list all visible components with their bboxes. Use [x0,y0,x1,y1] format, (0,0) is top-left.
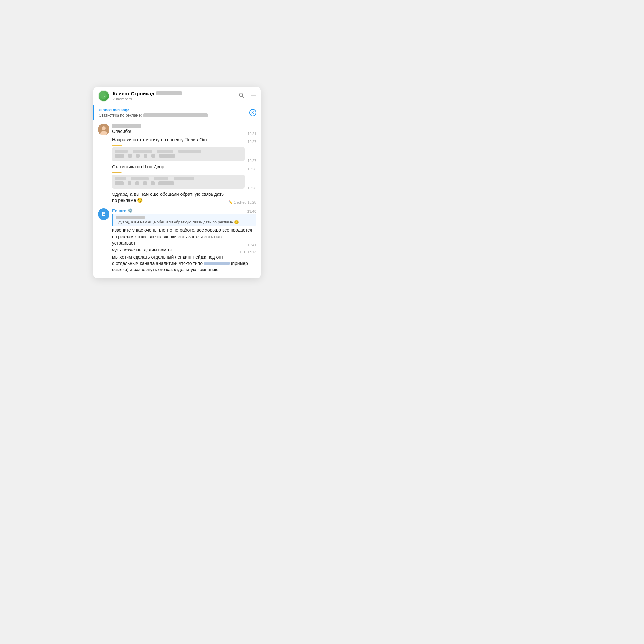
pinned-label: Pinned message [99,108,249,112]
avatar-e: E [98,208,109,220]
sender-name-text: Eduard [112,208,127,213]
message-line-2: по рекламе тоже все ок звонки есть заказ… [112,234,256,247]
table-row: Статистика по Шоп-Двор 10:28 [98,164,256,171]
yellow-bar [112,145,122,146]
msg-time: 10:27 [245,159,256,163]
msg-text-4-line3: ссылки) и развернуть его как отдельную к… [112,267,248,273]
table-row: E Eduard ⚙️ 13:40 Эдуард, а вы нам ещё о… [98,208,256,274]
msg-text: Статистика по Шоп-Двор [112,164,164,170]
msg-time: 13:40 [245,209,256,213]
message-line: Статистика по Шоп-Двор 10:28 [112,164,256,171]
msg-time: 10:28 [245,186,256,190]
msg-time-edit: ✏️ 1 edited 10:28 [226,200,256,204]
chat-header: П Клиент Стройсад 7 members [93,87,261,105]
messages-area: Спасибо! 10:21 Направляю статистику по п… [93,120,261,278]
reply-name-blurred [116,216,145,219]
table-row: 10:27 [98,145,256,163]
msg-text-3: чуть позже мы дадим вам тз [112,247,172,253]
msg-text-4: мы хотим сделать отдельный лендинг пейдж… [112,254,248,273]
msg-text: Эдуард, а вы нам ещё обещали обратную св… [112,191,226,204]
yellow-bar-2 [112,172,122,173]
reply-quote-text: Эдуард, а вы нам ещё обещали обратную св… [116,220,254,224]
pinned-message-bar[interactable]: Pinned message Статистика по рекламе: ✕ [93,105,261,120]
pinned-close-button[interactable]: ✕ [249,109,256,116]
msg-text: Спасибо! [112,128,131,135]
msg-time-2: 13:41 [245,243,256,247]
msg-time: 10:21 [245,132,256,136]
user-avatar-photo [98,124,109,135]
header-icons [238,92,256,100]
msg-text: извените у нас очень плотно по работе, в… [112,227,252,233]
chat-title: Клиент Стройсад [113,91,238,96]
msg-text-2: по рекламе тоже все ок звонки есть заказ… [112,234,245,246]
chat-avatar: П [98,90,109,102]
pinned-text: Статистика по рекламе: [99,113,249,118]
title-blurred [156,91,182,95]
message-line: извените у нас очень плотно по работе, в… [112,227,256,234]
pinned-content: Pinned message Статистика по рекламе: [99,108,249,118]
avatar [98,124,109,135]
table-row: Спасибо! 10:21 [98,124,256,136]
gear-icon: ⚙️ [128,208,133,213]
table-row: Направляю статистику по проекту Полив-Оп… [98,137,256,144]
msg-text: Направляю статистику по проекту Полив-Оп… [112,137,207,143]
reply-quote: Эдуард, а вы нам ещё обещали обратную св… [112,214,256,226]
svg-line-3 [242,96,244,98]
table-row: 10:28 [98,172,256,190]
svg-point-4 [251,95,252,96]
message-line-4: мы хотим сделать отдельный лендинг пейдж… [112,254,256,274]
image-placeholder-2 [112,175,245,189]
message-content: 10:28 [112,172,256,190]
avatar-logo: П [99,91,109,101]
message-content: Eduard ⚙️ 13:40 Эдуард, а вы нам ещё обе… [112,208,256,274]
name-blurred [112,124,141,128]
message-line-3: чуть позже мы дадим вам тз ↩ 1 13:42 [112,247,256,254]
svg-point-2 [239,93,243,97]
search-icon[interactable] [238,92,245,100]
message-line: Спасибо! 10:21 [112,128,256,136]
svg-text:П: П [103,95,105,98]
sender-name-Eduard: Eduard ⚙️ 13:40 [112,208,256,213]
table-row: Эдуард, а вы нам ещё обещали обратную св… [98,191,256,204]
message-line: Направляю статистику по проекту Полив-Оп… [112,137,256,144]
pinned-blurred [143,113,208,117]
chat-info: Клиент Стройсад 7 members [113,91,238,101]
more-icon[interactable] [250,92,256,100]
message-content: Статистика по Шоп-Двор 10:28 [112,164,256,171]
chat-window: П Клиент Стройсад 7 members [93,87,261,278]
msg-time: 10:27 [245,140,256,144]
svg-point-8 [102,126,106,130]
image-placeholder [112,147,245,161]
message-line: Эдуард, а вы нам ещё обещали обратную св… [112,191,256,204]
link-blurred [204,262,230,265]
members-count: 7 members [113,97,238,101]
msg-text-4-line2: с отдельным канала аналитики что-то типо… [112,260,248,267]
message-content: 10:27 [112,145,256,163]
message-content: Эдуард, а вы нам ещё обещали обратную св… [112,191,256,204]
reply-quote-name [116,215,254,219]
msg-time-3-edit: ↩ 1 13:42 [237,250,256,254]
msg-text-4-line1: мы хотим сделать отдельный лендинг пейдж… [112,254,248,260]
svg-point-6 [255,95,256,96]
message-content: Спасибо! 10:21 [112,124,256,136]
sender-name [112,124,256,128]
msg-time: 10:28 [245,167,256,171]
message-content: Направляю статистику по проекту Полив-Оп… [112,137,256,144]
svg-point-5 [253,95,254,96]
